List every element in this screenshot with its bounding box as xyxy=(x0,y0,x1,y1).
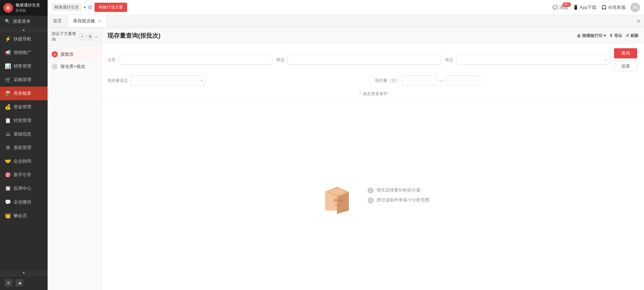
sidebar-header: B 畅康通好生意 标准版 xyxy=(0,0,48,16)
wechat-icon: 💬 xyxy=(5,199,11,205)
sidebar-item-label: 畅会员 xyxy=(14,213,27,219)
breadcrumb-dropdown[interactable]: ▾ xyxy=(84,5,86,10)
sidebar-item-label: 企业协同 xyxy=(14,158,31,164)
marketing-icon: 📢 xyxy=(5,50,11,56)
filter-row-1: 仓库 ··· 商品 ··· 状态 xyxy=(107,48,639,71)
content-area: 按以下方案查询 + ⚙ « ⊙ 按批次 xyxy=(48,28,644,290)
sidebar-search-label: 搜索菜单 xyxy=(13,18,31,24)
sidebar-item-member[interactable]: 👑 畅会员 xyxy=(0,209,48,222)
topbar-left: 畅康通好生意 ▾ ⚙ 体验行业方案 xyxy=(52,3,550,12)
sidebar-item-guide[interactable]: 🎯 新手引导 xyxy=(0,168,48,182)
svg-point-5 xyxy=(339,199,343,202)
action-btns: 查询 设置 xyxy=(614,48,639,71)
sidebar-item-wechat[interactable]: 💬 企业微信 xyxy=(0,195,48,209)
settings-btn[interactable]: 设置 xyxy=(614,61,637,71)
sidebar-settings-btn[interactable]: ⚙ xyxy=(5,279,12,287)
product-input[interactable]: ··· xyxy=(287,55,441,65)
scroll-up-icon: ▲ xyxy=(21,27,26,32)
sidebar-search[interactable]: 🔍 搜索菜单 xyxy=(0,16,48,27)
inv-qty-from[interactable] xyxy=(402,75,436,86)
topbar-right: 💬 消息 99+ 📱 App下载 🎧 在线客服 Rit xyxy=(553,3,640,12)
inv-qty-to[interactable] xyxy=(446,75,480,86)
filter-group-warehouse: 仓库 ··· xyxy=(107,55,272,65)
tab-home[interactable]: 首页 xyxy=(48,15,68,27)
query-btn[interactable]: 查询 xyxy=(614,48,637,58)
step-1-num: 1 xyxy=(368,187,374,194)
apps-icon: 🔲 xyxy=(5,185,11,192)
collapse-icon: ◀ xyxy=(18,281,21,285)
collapse-chevron-icon: ⌃ xyxy=(358,92,362,96)
sidebar-collapse-btn[interactable]: ◀ xyxy=(16,279,23,287)
panel-collapse-icon[interactable]: « xyxy=(95,34,98,39)
app-version: 标准版 xyxy=(16,8,40,13)
status-select[interactable]: ▾ xyxy=(456,55,610,65)
system-icon: ⚙ xyxy=(5,145,11,151)
add-scheme-btn[interactable]: + xyxy=(79,33,86,40)
sidebar-item-label: 资金管理 xyxy=(14,104,31,110)
tabbar: 首页 库存批次账 ✕ ✕ xyxy=(48,15,644,28)
sidebar-bottom: ⚙ ◀ xyxy=(0,275,48,290)
sidebar-item-enterprise[interactable]: 🤝 企业协同 xyxy=(0,155,48,168)
collapse-conditions-btn[interactable]: ⌃ 收起更多条件 xyxy=(107,89,639,100)
tab-area-close-icon[interactable]: ✕ xyxy=(636,18,641,24)
finance-icon: 💰 xyxy=(5,104,11,110)
sidebar-item-label: 企业微信 xyxy=(14,199,31,205)
scheme-item-warehouse-batch[interactable]: ○ 按仓库+批次 xyxy=(48,60,102,73)
sidebar-item-quick-nav[interactable]: ⚡ 快捷导航 xyxy=(0,32,48,46)
warehouse-input[interactable]: ··· xyxy=(118,55,272,65)
phone-icon: 📱 xyxy=(573,5,578,10)
step-1-text: 请先选择要分析的方案 xyxy=(376,187,421,193)
messages-btn[interactable]: 💬 消息 99+ xyxy=(553,4,568,11)
sidebar-item-system[interactable]: ⚙ 系统管理 xyxy=(0,141,48,155)
sidebar-item-basic[interactable]: 🗂 基础信息 xyxy=(0,127,48,141)
sidebar-item-sales[interactable]: 📊 销售管理 xyxy=(0,59,48,73)
print-btn[interactable]: 🖨 按模板打印 ▾ xyxy=(577,33,606,39)
filter-group-inv-status: 现存量状态 ▾ xyxy=(107,75,371,86)
sidebar-item-apps[interactable]: 🔲 应用中心 xyxy=(0,182,48,195)
settings-icon: ⚙ xyxy=(7,281,10,285)
customer-service-label: 在线客服 xyxy=(608,4,626,11)
scheme-item-batch[interactable]: ⊙ 按批次 xyxy=(48,48,102,60)
scheme-settings-btn[interactable]: ⚙ xyxy=(87,33,94,40)
scheme-list: ⊙ 按批次 ○ 按仓库+批次 xyxy=(48,46,102,290)
inv-status-select[interactable]: ▾ xyxy=(131,75,205,86)
sidebar-item-finance[interactable]: 💰 资金管理 xyxy=(0,100,48,114)
sidebar-item-marketing[interactable]: 📢 营销推广 xyxy=(0,46,48,59)
scroll-down-btn[interactable]: ▼ xyxy=(0,270,48,275)
tab-home-label: 首页 xyxy=(53,18,62,24)
product-label: 商品 xyxy=(276,57,285,63)
sidebar-item-label: 销售管理 xyxy=(14,63,31,69)
print-dropdown-icon: ▾ xyxy=(604,33,606,38)
tab-inventory-batch[interactable]: 库存批次账 ✕ xyxy=(68,15,107,27)
topbar-settings-icon[interactable]: ⚙ xyxy=(88,4,92,11)
refresh-icon: ↺ xyxy=(626,33,629,38)
trial-btn[interactable]: 体验行业方案 xyxy=(95,3,127,12)
avatar: Rit xyxy=(630,3,640,12)
customer-service-btn[interactable]: 🎧 在线客服 xyxy=(601,4,626,11)
search-icon: 🔍 xyxy=(5,19,10,24)
sidebar-item-label: 营销推广 xyxy=(14,50,31,56)
export-label: 导出 xyxy=(614,33,622,39)
message-badge: 99+ xyxy=(562,2,571,7)
status-dropdown-icon: ▾ xyxy=(605,58,607,62)
filter-row-2: 现存量状态 ▾ 现存量（主） — xyxy=(107,75,639,86)
sidebar-scroll: ⚡ 快捷导航 📢 营销推广 📊 销售管理 🛒 采购管理 📦 库存核算 💰 资金管… xyxy=(0,32,48,270)
filter-group-product: 商品 ··· xyxy=(276,55,441,65)
sidebar-item-label: 新手引导 xyxy=(14,172,31,178)
tab-close-icon[interactable]: ✕ xyxy=(98,19,101,23)
sidebar-item-label: 系统管理 xyxy=(14,145,31,151)
sidebar-item-purchase[interactable]: 🛒 采购管理 xyxy=(0,73,48,87)
sales-icon: 📊 xyxy=(5,63,11,69)
export-btn[interactable]: ⬆ 导出 xyxy=(609,33,622,39)
app-download-btn[interactable]: 📱 App下载 xyxy=(573,4,596,11)
sidebar-item-operations[interactable]: 📋 经营管理 xyxy=(0,114,48,127)
refresh-btn[interactable]: ↺ 刷新 xyxy=(626,33,639,39)
scroll-up-btn[interactable]: ▲ xyxy=(0,27,48,32)
title-actions: 🖨 按模板打印 ▾ ⬆ 导出 ↺ 刷新 xyxy=(577,33,639,39)
svg-point-4 xyxy=(333,199,337,202)
sidebar-item-inventory[interactable]: 📦 库存核算 xyxy=(0,87,48,100)
user-avatar-btn[interactable]: Rit xyxy=(630,3,640,12)
sidebar-item-label: 应用中心 xyxy=(14,185,31,192)
message-icon: 💬 xyxy=(553,5,558,10)
inventory-icon: 📦 xyxy=(5,90,11,96)
